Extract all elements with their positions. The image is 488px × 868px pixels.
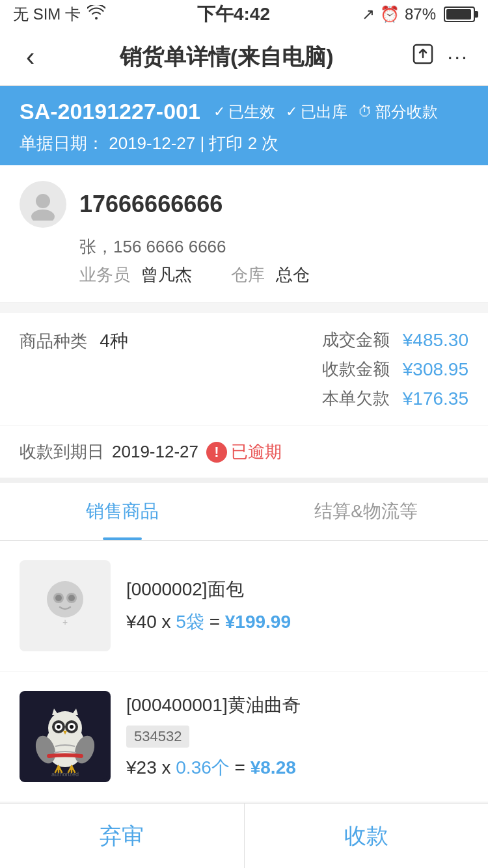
customer-phone: 17666666666 <box>79 191 223 218</box>
more-button[interactable]: ··· <box>447 45 468 69</box>
received-amount-row: 收款金额 ¥308.95 <box>322 358 468 381</box>
cancel-review-button[interactable]: 弃审 <box>0 804 245 868</box>
status-bar-time: 下午4:42 <box>197 2 270 27</box>
bottom-bar: 弃审 收款 <box>0 803 488 868</box>
status-bar-right: ↗ ⏰ 87% <box>362 5 475 23</box>
cancel-label: 弃审 <box>100 821 144 851</box>
svg-point-3 <box>47 581 83 617</box>
order-id: SA-20191227-001 <box>20 99 200 124</box>
overdue-icon: ! <box>206 442 227 463</box>
product-unit-price-1: ¥40 <box>126 612 157 632</box>
customer-meta: 业务员 曾凡杰 仓库 总仓 <box>79 264 468 286</box>
nav-bar: ‹ 销货单详情(来自电脑) ··· <box>0 29 488 86</box>
salesperson-label: 业务员 <box>79 265 130 284</box>
tabs-section: 销售商品 结算&物流等 <box>0 483 488 541</box>
badge-partial-payment: ⏱ 部分收款 <box>358 102 438 122</box>
order-header-banner: SA-20191227-001 ✓ 已生效 ✓ 已出库 ⏱ 部分收款 单据日期：… <box>0 86 488 165</box>
salesperson-value: 曾凡杰 <box>141 265 192 284</box>
product-qty-1: 5袋 <box>176 612 204 632</box>
overdue-badge: ! 已逾期 <box>206 441 282 463</box>
clock-icon: ⏱ <box>358 103 372 120</box>
battery-icon <box>444 7 475 22</box>
product-price-2: ¥23 x 0.36个 = ¥8.28 <box>126 755 468 780</box>
product-total-1: ¥199.99 <box>225 612 291 632</box>
amounts-right: 成交金额 ¥485.30 收款金额 ¥308.95 本单欠款 ¥176.35 <box>322 329 468 410</box>
banner-date-row: 单据日期： 2019-12-27 | 打印 2 次 <box>20 132 468 155</box>
svg-point-17 <box>70 725 74 729</box>
customer-avatar <box>20 181 66 228</box>
received-value: ¥308.95 <box>403 359 468 380</box>
date-label: 单据日期： <box>20 133 104 153</box>
tab-settlement[interactable]: 结算&物流等 <box>244 483 488 540</box>
owed-label: 本单欠款 <box>322 387 390 410</box>
back-button[interactable]: ‹ <box>20 36 41 78</box>
amounts-grid: 商品种类 4种 成交金额 ¥485.30 收款金额 ¥308.95 本单欠款 ¥… <box>20 329 468 410</box>
print-info: | 打印 2 次 <box>200 133 278 153</box>
svg-text:+: + <box>62 617 68 627</box>
due-date-section: 收款到期日 2019-12-27 ! 已逾期 <box>0 426 488 483</box>
status-bar: 无 SIM 卡 下午4:42 ↗ ⏰ 87% <box>0 0 488 29</box>
amounts-section: 商品种类 4种 成交金额 ¥485.30 收款金额 ¥308.95 本单欠款 ¥… <box>0 313 488 426</box>
confirm-label: 收款 <box>344 821 388 851</box>
category-info: 商品种类 4种 <box>20 329 128 353</box>
product-name-1: [0000002]面包 <box>126 577 468 602</box>
owed-amount-row: 本单欠款 ¥176.35 <box>322 387 468 410</box>
wifi-icon <box>87 5 105 23</box>
warehouse-info: 仓库 总仓 <box>231 264 310 286</box>
product-image-2: authorized <box>20 691 111 782</box>
deal-amount-value: ¥485.30 <box>403 330 468 351</box>
share-button[interactable] <box>412 43 434 71</box>
product-qty-2: 0.36个 <box>176 757 230 778</box>
svg-point-6 <box>55 595 62 601</box>
overdue-text: 已逾期 <box>231 441 282 463</box>
product-image-1: + <box>20 560 111 651</box>
owed-value: ¥176.35 <box>403 388 468 409</box>
product-list: + [0000002]面包 ¥40 x 5袋 = ¥199.99 <box>0 541 488 802</box>
customer-row: 17666666666 <box>20 181 468 228</box>
svg-point-7 <box>68 595 75 601</box>
product-item-2: authorized [000400001]黄油曲奇 534532 ¥23 x … <box>0 671 488 802</box>
product-info-2: [000400001]黄油曲奇 534532 ¥23 x 0.36个 = ¥8.… <box>126 691 468 782</box>
product-total-2: ¥8.28 <box>251 757 296 778</box>
svg-point-1 <box>36 194 50 208</box>
due-date-value: 2019-12-27 <box>112 442 198 462</box>
tab-active-indicator <box>103 537 142 540</box>
salesperson-info: 业务员 曾凡杰 <box>79 264 192 286</box>
customer-section: 17666666666 张，156 6666 6666 业务员 曾凡杰 仓库 总… <box>0 165 488 303</box>
nav-right-actions: ··· <box>412 43 468 71</box>
tab-settlement-label: 结算&物流等 <box>314 499 418 524</box>
badge-effective: ✓ 已生效 <box>213 102 275 122</box>
location-icon: ↗ <box>362 5 375 23</box>
tab-sales-items[interactable]: 销售商品 <box>0 483 244 540</box>
check-icon-1: ✓ <box>213 103 225 120</box>
carrier-text: 无 SIM 卡 <box>13 4 81 25</box>
collect-payment-button[interactable]: 收款 <box>245 804 489 868</box>
due-date-label: 收款到期日 <box>20 441 104 463</box>
check-icon-2: ✓ <box>286 103 297 120</box>
deal-amount-label: 成交金额 <box>322 329 390 351</box>
product-name-2: [000400001]黄油曲奇 <box>126 693 468 718</box>
category-label: 商品种类 <box>20 331 87 351</box>
product-unit-price-2: ¥23 <box>126 757 157 778</box>
product-price-1: ¥40 x 5袋 = ¥199.99 <box>126 610 468 634</box>
product-item-1: + [0000002]面包 ¥40 x 5袋 = ¥199.99 <box>0 541 488 671</box>
warehouse-label: 仓库 <box>231 265 265 284</box>
badge-shipped: ✓ 已出库 <box>286 102 347 122</box>
alarm-icon: ⏰ <box>380 5 400 23</box>
category-value: 4种 <box>100 331 128 351</box>
svg-text:authorized: authorized <box>51 771 79 778</box>
warehouse-value: 总仓 <box>276 265 310 284</box>
order-badges: ✓ 已生效 ✓ 已出库 ⏱ 部分收款 <box>213 102 438 122</box>
banner-row1: SA-20191227-001 ✓ 已生效 ✓ 已出库 ⏱ 部分收款 <box>20 99 468 124</box>
svg-point-2 <box>31 210 55 221</box>
order-date: 2019-12-27 <box>109 133 195 153</box>
status-bar-left: 无 SIM 卡 <box>13 4 105 25</box>
product-info-1: [0000002]面包 ¥40 x 5袋 = ¥199.99 <box>126 560 468 651</box>
battery-percent: 87% <box>405 5 436 23</box>
received-label: 收款金额 <box>322 358 390 381</box>
page-title: 销货单详情(来自电脑) <box>120 42 334 72</box>
svg-point-16 <box>57 725 61 729</box>
product-tag-2: 534532 <box>126 726 189 748</box>
deal-amount-row: 成交金额 ¥485.30 <box>322 329 468 351</box>
tab-sales-label: 销售商品 <box>86 499 159 524</box>
